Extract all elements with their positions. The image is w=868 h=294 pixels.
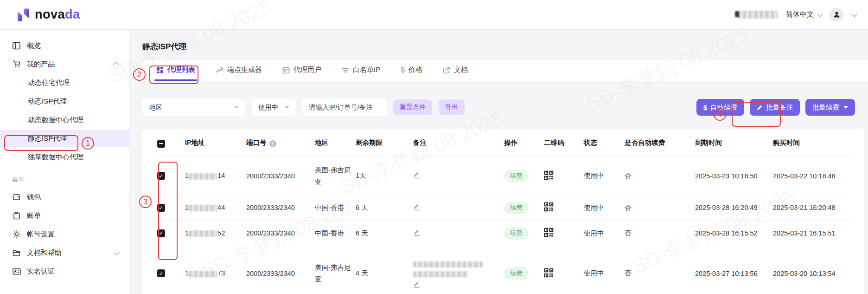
status: 使用中 [584,229,625,238]
region: 美国-弗吉尼亚 [315,262,356,285]
row-checkbox[interactable]: ✓ [157,269,165,277]
sidebar-item-dynamic-datacenter[interactable]: 动态数据中心代理 [0,111,129,129]
status: 使用中 [584,203,625,212]
logo[interactable]: novada [16,7,80,22]
redacted-account-info [738,11,778,19]
edit-note-icon[interactable] [413,281,504,288]
region-select[interactable]: 地区 [142,99,245,116]
app-window: SD-李梦娟 08 2025 SD-李梦娟 08 2025 SD-李梦娟 08 … [0,0,868,294]
row-checkbox[interactable]: ✓ [157,229,165,237]
redacted-remark [413,259,504,288]
renew-button[interactable]: 续费 [504,267,529,280]
sidebar-item-my-products[interactable]: 我的产品 [0,55,129,73]
sidebar-item-identity-verification[interactable]: 实名认证 [0,262,129,281]
sidebar-item-docs-help[interactable]: 文档和帮助 [0,243,129,262]
sidebar-section-label: 菜单 [0,166,129,188]
tab-whitelist-ip[interactable]: 白名单IP [342,65,380,80]
ip-address: 152 [185,229,246,237]
chevron-down-icon [234,106,239,109]
status-select[interactable]: 使用中 [252,99,296,116]
page-title: 静态ISP代理 [130,30,868,52]
chevron-down-icon [285,106,289,109]
renew-button[interactable]: 续费 [504,227,529,240]
top-bar: novada 简体中文 [0,0,868,30]
select-all-checkbox[interactable] [157,140,165,148]
edit-note-icon[interactable] [413,229,421,236]
external-link-icon [443,66,450,74]
edit-note-icon[interactable] [413,203,421,211]
qr-code-icon[interactable] [544,268,554,278]
language-selector[interactable]: 简体中文 [786,10,821,19]
folder-icon [12,248,21,257]
renew-button[interactable]: 续费 [504,170,529,182]
info-icon[interactable]: ! [269,140,276,147]
wallet-icon [12,193,21,202]
table-header-row: IP地址 端口号! 地区 剩余期限 备注 操作 二维码 状态 是否自动续费 到期… [154,129,852,157]
sidebar-item-dynamic-isp[interactable]: 动态ISP代理 [0,92,129,111]
purchase-time: 2025-03-21 16:20:48 [773,204,852,211]
chevron-down-icon[interactable] [852,11,858,17]
sidebar-item-overview[interactable]: 概览 [0,36,129,55]
calendar-icon [282,66,290,74]
sidebar-item-dedicated-datacenter[interactable]: 独享数据中心代理 [0,148,129,166]
sidebar-item-wallet[interactable]: 钱包 [0,188,129,206]
filter-row: 地区 使用中 重置条件 导出 $ 自动续费 [142,99,855,116]
layout-icon [12,41,21,50]
auto-renew-flag: 否 [625,171,695,180]
auto-renew-flag: 否 [625,229,695,238]
region: 中国-香港 [315,202,356,214]
remaining-days: 6 天 [356,203,413,212]
user-icon [833,11,841,19]
gear-icon [12,230,21,239]
expire-time: 2025-03-28 16:20:49 [695,204,773,211]
tab-endpoint-generator[interactable]: 端点生成器 [216,65,262,80]
batch-note-button[interactable]: 批量备注 [750,99,800,116]
cart-icon [12,60,21,69]
sidebar-item-bills[interactable]: 账单 [0,206,129,225]
grid-icon [156,66,164,74]
qr-code-icon[interactable] [544,202,554,212]
region: 美国-弗吉尼亚 [315,164,356,187]
dollar-icon: $ [703,104,707,111]
novada-logo-icon [16,8,31,21]
logo-text: novada [35,7,80,22]
edit-note-icon[interactable] [413,171,421,179]
sidebar-item-dynamic-residential[interactable]: 动态住宅代理 [0,73,129,92]
batch-renew-button[interactable]: 批量续费 [805,99,855,116]
qr-code-icon[interactable] [544,228,554,237]
reset-filters-button[interactable]: 重置条件 [393,99,432,115]
row-checkbox[interactable]: ✓ [157,204,165,212]
purchase-time: 2025-03-22 10:18:48 [773,172,852,180]
qr-code-icon[interactable] [544,170,554,180]
sidebar: 概览 我的产品 动态住宅代理 动态ISP代理 动态数据中心代理 静态ISP代理 … [0,30,130,294]
port: 2000/2333/2340 [246,229,315,237]
tab-docs[interactable]: 文档 [443,65,468,80]
tab-proxy-users[interactable]: 代理用户 [282,65,321,80]
row-checkbox[interactable]: ✓ [157,172,165,180]
renew-button[interactable]: 续费 [504,202,529,214]
remaining-days: 4 天 [356,269,413,278]
pencil-icon [757,105,763,111]
avatar[interactable] [830,8,843,22]
tab-bar: 代理列表 端点生成器 代理用户 [142,60,868,81]
remaining-days: 6 天 [356,229,413,238]
search-input[interactable] [302,99,387,116]
status: 使用中 [584,269,625,278]
auto-renew-button[interactable]: $ 自动续费 [696,99,744,116]
table-row: ✓ 173 2000/2333/2340 美国-弗吉尼亚 4 天 续费 [154,246,852,294]
clipboard-icon [12,211,21,220]
ip-address: 114 [185,172,246,179]
tab-pricing[interactable]: $ 价格 [401,65,422,80]
sidebar-item-static-isp[interactable]: 静态ISP代理 [0,130,129,147]
export-button[interactable]: 导出 [439,99,465,115]
chevron-down-icon [817,11,823,17]
port: 2000/2333/2340 [246,204,315,211]
expire-time: 2025-03-23 10:18:50 [695,172,773,180]
port: 2000/2333/2340 [246,172,315,180]
sidebar-item-account-settings[interactable]: 帐号设置 [0,225,129,243]
id-card-icon [12,267,21,276]
tab-proxy-list[interactable]: 代理列表 [156,65,195,80]
auto-renew-flag: 否 [625,203,695,212]
purchase-time: 2025-03-20 10:13:54 [773,270,852,277]
main-content: 静态ISP代理 代理列表 端点生成器 [130,30,868,294]
